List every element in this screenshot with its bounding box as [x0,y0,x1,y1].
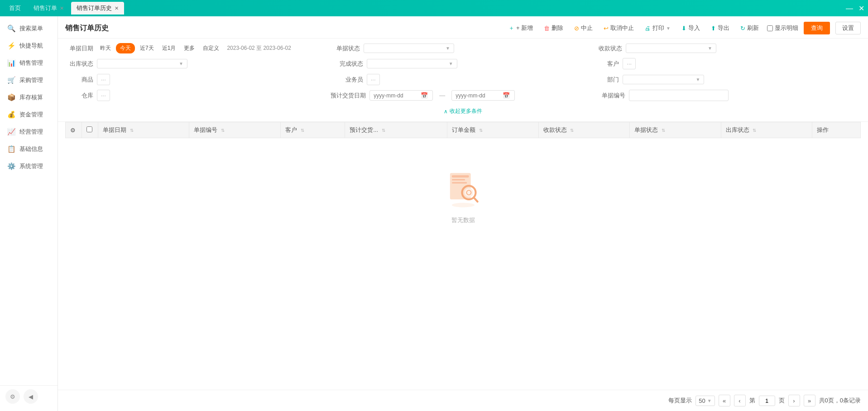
out-status-select[interactable]: ▼ [97,59,187,68]
setting-button[interactable]: 设置 [835,22,861,34]
tab-sales-order-label: 销售订单 [34,4,57,12]
add-button[interactable]: ＋ + 新增 [506,22,536,34]
date-today-btn[interactable]: 今天 [116,43,135,53]
sidebar-item-basic-info[interactable]: 📋 基础信息 [0,140,58,158]
department-select[interactable]: ▼ [623,75,704,84]
tab-sales-order[interactable]: 销售订单 ✕ [28,2,69,15]
col-out-status[interactable]: 出库状态 ⇅ [721,122,812,138]
print-button[interactable]: 🖨 打印 ▼ [642,22,673,34]
window-controls: — ✕ [846,4,864,13]
col-settings[interactable]: ⚙ [66,122,82,138]
current-page-prefix: 第 [749,396,755,405]
export-icon: ⬆ [711,25,716,32]
prev-page-btn[interactable]: ‹ [734,395,746,406]
bill-status-control: ▼ [364,44,599,53]
filter-row-2: 出库状态 ▼ 完成状态 ▼ 客户 ··· [65,58,861,69]
col-bill-no[interactable]: 单据编号 ⇅ [189,122,280,138]
sidebar-item-quick-nav-label: 快捷导航 [19,42,43,50]
sidebar-collapse-btn[interactable]: ◀ [24,389,38,404]
bill-status-select[interactable]: ▼ [364,44,454,53]
warehouse-dots-btn[interactable]: ··· [97,90,110,101]
data-table: ⚙ 单据日期 ⇅ 单据编号 ⇅ 客户 [65,122,861,251]
date-yesterday-btn[interactable]: 昨天 [97,43,114,53]
refresh-button[interactable]: ↻ 刷新 [738,22,762,34]
col-payment-status[interactable]: 收款状态 ⇅ [538,122,629,138]
sidebar-item-search-menu[interactable]: 🔍 搜索菜单 [0,20,58,37]
tab-sales-order-history[interactable]: 销售订单历史 ✕ [71,2,124,15]
date-more-btn[interactable]: 更多 [181,43,198,53]
prev-page-icon: ‹ [739,397,740,404]
sidebar-item-inventory-calc[interactable]: 📦 库存核算 [0,89,58,106]
empty-text: 暂无数据 [451,216,475,224]
tab-sales-order-history-close[interactable]: ✕ [115,5,119,11]
show-detail-checkbox[interactable]: 显示明细 [767,24,798,32]
query-button[interactable]: 查询 [804,22,830,34]
system-mgmt-icon: ⚙️ [7,162,16,170]
col-customer[interactable]: 客户 ⇅ [280,122,345,138]
pause-button[interactable]: ⊘ 中止 [571,22,595,34]
sidebar-item-quick-nav[interactable]: ⚡ 快捷导航 [0,37,58,54]
salesperson-dots-btn[interactable]: ··· [367,74,380,85]
department-control: ▼ [623,75,861,84]
svg-line-7 [474,198,477,202]
inventory-calc-icon: 📦 [7,93,16,102]
sidebar-item-sales-mgmt[interactable]: 📊 销售管理 [0,54,58,72]
salesperson-control: ··· [367,74,605,85]
show-detail-label: 显示明细 [775,24,798,32]
first-page-icon: « [723,397,726,404]
next-page-btn[interactable]: › [788,395,800,406]
sidebar-item-system-mgmt[interactable]: ⚙️ 系统管理 [0,158,58,175]
add-icon: ＋ [508,24,514,32]
delivery-date-control: 📅 — 📅 [369,90,601,101]
col-bill-status[interactable]: 单据状态 ⇅ [630,122,721,138]
sidebar-settings-btn[interactable]: ⚙ [5,389,20,404]
date-1month-btn[interactable]: 近1月 [159,43,179,53]
complete-status-control: ▼ [367,59,605,68]
show-detail-input[interactable] [767,25,773,31]
delivery-date-to-input[interactable] [456,92,501,99]
delete-button[interactable]: 🗑 删除 [541,22,566,34]
delivery-date-from-input[interactable] [374,92,419,99]
date-7days-btn[interactable]: 近7天 [137,43,157,53]
sidebar-bottom: ⚙ ◀ [0,385,58,407]
minimize-icon[interactable]: — [846,4,853,12]
page-size-select[interactable]: 50 ▼ [695,396,715,406]
sidebar-item-purchase-mgmt[interactable]: 🛒 采购管理 [0,72,58,89]
operation-mgmt-icon: 📈 [7,128,16,136]
svg-rect-4 [452,182,467,184]
import-button[interactable]: ⬇ 导入 [679,22,703,34]
cancel-pause-button[interactable]: ↩ 取消中止 [601,22,637,34]
page-size-chevron: ▼ [707,398,712,403]
payment-status-select[interactable]: ▼ [626,44,716,53]
bill-status-chevron: ▼ [446,46,450,51]
bill-no-label: 单据编号 [602,92,629,100]
complete-status-select[interactable]: ▼ [367,59,457,68]
tab-home[interactable]: 首页 [4,2,26,15]
sidebar-item-fund-mgmt[interactable]: 💰 资金管理 [0,106,58,123]
goods-dots-btn[interactable]: ··· [97,74,110,85]
col-delivery-date[interactable]: 预计交货... ⇅ [345,122,447,138]
customer-dots-btn[interactable]: ··· [623,58,636,69]
delivery-date-label: 预计交货日期 [329,92,369,100]
col-checkbox[interactable] [82,122,98,138]
export-button[interactable]: ⬆ 导出 [708,22,732,34]
department-chevron: ▼ [695,77,700,82]
pause-label: 中止 [581,24,593,32]
goods-control: ··· [97,74,335,85]
export-label: 导出 [718,24,729,32]
select-all-checkbox[interactable] [86,126,92,132]
current-page-input[interactable] [759,396,775,406]
import-icon: ⬇ [681,25,686,32]
last-page-btn[interactable]: » [804,395,815,406]
date-custom-btn[interactable]: 自定义 [200,43,222,53]
sidebar-item-operation-mgmt[interactable]: 📈 经营管理 [0,123,58,140]
close-icon[interactable]: ✕ [858,4,864,13]
col-order-amount[interactable]: 订单金额 ⇅ [447,122,538,138]
bill-no-control [629,90,861,101]
first-page-btn[interactable]: « [719,395,730,406]
collapse-btn[interactable]: ∧ 收起更多条件 [65,106,861,117]
tab-sales-order-close[interactable]: ✕ [60,5,64,11]
col-date[interactable]: 单据日期 ⇅ [98,122,189,138]
bill-no-input[interactable] [629,90,729,101]
date-separator: — [436,92,449,99]
